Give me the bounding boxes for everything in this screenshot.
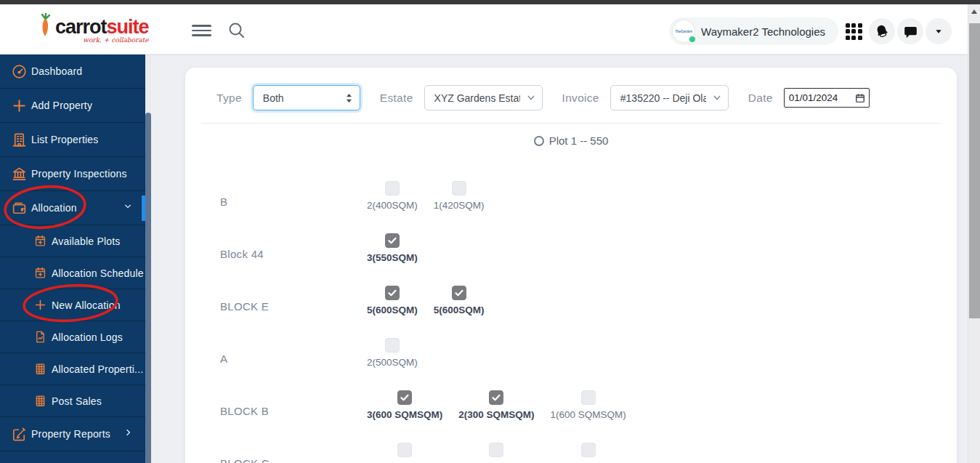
block-name: A [220, 352, 367, 366]
search-icon[interactable] [227, 20, 247, 41]
sidebar-item-label: Post Sales [52, 395, 102, 407]
type-select[interactable]: Both [253, 85, 360, 110]
plot-checkbox[interactable] [385, 181, 400, 196]
filter-row: Type Both Estate XYZ Gardens Estate Invo… [185, 68, 957, 110]
plot-checkbox-item[interactable]: 2(300 SQMSQM) [458, 390, 534, 420]
block-name: BLOCK E [220, 299, 367, 314]
file-icon [32, 330, 48, 344]
bell-icon[interactable] [869, 18, 895, 44]
chevron-down-icon[interactable] [122, 201, 134, 215]
chat-icon[interactable] [897, 18, 923, 44]
building-icon [9, 132, 28, 148]
sidebar-item-allocated-properti[interactable]: Allocated Properti... [0, 353, 145, 385]
plus-icon [9, 97, 28, 114]
plot-radio[interactable] [534, 136, 544, 146]
sidebar-scrollbar [145, 55, 151, 463]
plot-checkbox-item[interactable]: 5(600SQM) [367, 286, 418, 315]
main-content: Type Both Estate XYZ Gardens Estate Invo… [151, 55, 968, 463]
plot-checkbox[interactable] [452, 181, 466, 196]
apps-grid-icon[interactable] [841, 18, 867, 44]
bank-icon [9, 166, 28, 182]
caret-down-icon [527, 95, 535, 100]
sidebar-item-property-reports[interactable]: Property Reports [0, 417, 145, 451]
sidebar-item-dashboard[interactable]: Dashboard [0, 55, 145, 89]
date-label: Date [748, 92, 773, 105]
caret-down-icon[interactable] [926, 18, 952, 44]
plot-options: 3(300 SQMSQM)2(500 SQMSQM)1(600 SQMSQM) [367, 443, 626, 463]
sidebar-item-label: Allocated Properti... [52, 363, 143, 375]
edit-icon [9, 426, 28, 443]
plot-checkbox-item[interactable]: 3(550SQM) [367, 233, 418, 263]
brand-text: carrotsuite [55, 16, 149, 38]
block-row: BLOCK B3(600 SQMSQM)2(300 SQMSQM)1(600 S… [185, 374, 957, 426]
invoice-label: Invoice [562, 92, 599, 105]
plot-checkbox-item[interactable]: 1(420SQM) [434, 181, 485, 211]
sidebar-item-label: Allocation [31, 202, 77, 214]
plot-checkbox-item[interactable]: 5(600SQM) [434, 286, 485, 315]
sidebar-menu: DashboardAdd PropertyList PropertiesProp… [0, 55, 145, 463]
plot-radio-label: Plot 1 -- 550 [549, 134, 609, 147]
avatar: TheGarden [673, 20, 694, 42]
plot-checkbox[interactable] [385, 338, 400, 353]
online-status-dot [689, 36, 696, 43]
scroll-up-arrow[interactable] [971, 9, 977, 14]
calendar-icon [855, 93, 865, 103]
wallet-icon [9, 200, 28, 217]
building-grid-icon [32, 394, 48, 408]
plot-checkbox-item[interactable]: 3(600 SQMSQM) [367, 390, 442, 420]
building-grid-icon [32, 362, 48, 376]
page-scrollbar-thumb[interactable] [969, 23, 980, 318]
sidebar-item-available-plots[interactable]: Available Plots [0, 225, 145, 257]
block-row: A2(500SQM) [185, 321, 957, 374]
date-input[interactable]: 01/01/2024 [784, 88, 870, 108]
menu-toggle-icon[interactable] [192, 25, 211, 36]
sidebar-item-allocation-logs[interactable]: Allocation Logs [0, 321, 145, 353]
plot-checkbox-item[interactable]: 3(300 SQMSQM) [367, 443, 442, 463]
sidebar-item-list-properties[interactable]: List Properties [0, 123, 145, 157]
plot-checkbox[interactable] [385, 233, 400, 248]
plot-checkbox-item[interactable]: 1(600 SQMSQM) [551, 443, 626, 463]
sidebar-item-post-sales[interactable]: Post Sales [0, 385, 145, 417]
sidebar-item-label: New Allocation [52, 299, 121, 311]
block-name: BLOCK C [220, 456, 367, 463]
block-name: Block 44 [220, 247, 367, 262]
blocks-list: B2(400SQM)1(420SQM)Block 443(550SQM)BLOC… [185, 164, 957, 463]
sidebar-item-allocation-schedule[interactable]: Allocation Schedule [0, 257, 145, 289]
page-scrollbar[interactable] [968, 4, 980, 463]
plot-checkbox[interactable] [489, 390, 503, 405]
header: carrotsuite work, + collaborate TheGarde… [0, 4, 968, 55]
plot-label: 1(600 SQMSQM) [551, 409, 626, 420]
account-menu[interactable]: TheGarden Waymaker2 Technologies [669, 17, 838, 45]
brand-tagline: work, + collaborate [83, 36, 148, 44]
plot-label: 2(300 SQMSQM) [458, 409, 534, 420]
sidebar-item-label: Dashboard [31, 65, 82, 77]
plot-checkbox-item[interactable]: 2(500SQM) [367, 338, 418, 368]
calendar-plus-icon [32, 266, 48, 280]
plot-checkbox[interactable] [397, 443, 412, 457]
invoice-select[interactable]: #135220 -- Deji Ola... [610, 85, 729, 110]
plot-label: 2(400SQM) [367, 200, 418, 211]
plot-checkbox[interactable] [397, 390, 412, 405]
sidebar-item-label: List Properties [31, 134, 98, 145]
plot-checkbox[interactable] [581, 390, 596, 405]
plot-checkbox[interactable] [452, 286, 466, 300]
plot-checkbox[interactable] [581, 443, 596, 457]
plot-label: 3(600 SQMSQM) [367, 409, 442, 420]
plot-options: 5(600SQM)5(600SQM) [367, 286, 485, 315]
plot-label: 5(600SQM) [367, 305, 418, 315]
plot-checkbox-item[interactable]: 2(500 SQMSQM) [458, 443, 534, 463]
plot-checkbox-item[interactable]: 2(400SQM) [367, 181, 418, 211]
plot-checkbox[interactable] [489, 443, 503, 457]
estate-select[interactable]: XYZ Gardens Estate [424, 85, 543, 110]
plot-options: 3(550SQM) [367, 233, 418, 263]
plot-checkbox-item[interactable]: 1(600 SQMSQM) [551, 390, 626, 420]
sidebar-item-property-inspections[interactable]: Property Inspections [0, 157, 145, 191]
sidebar-scrollbar-thumb[interactable] [145, 113, 151, 463]
sidebar-item-allocation[interactable]: Allocation [0, 191, 145, 225]
chevron-right-icon[interactable] [123, 427, 134, 441]
sidebar-item-new-allocation[interactable]: New Allocation [0, 289, 145, 321]
plot-checkbox[interactable] [385, 286, 400, 300]
speedometer-icon [9, 63, 28, 80]
sidebar-item-label: Add Property [31, 100, 92, 111]
sidebar-item-add-property[interactable]: Add Property [0, 89, 145, 123]
